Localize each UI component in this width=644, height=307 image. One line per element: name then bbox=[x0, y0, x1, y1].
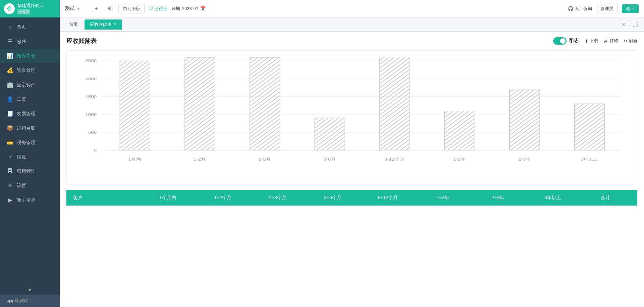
sidebar-scroll-down[interactable]: ▼ bbox=[0, 286, 60, 295]
table-header-5: 6~12个月 bbox=[360, 195, 415, 201]
switch-old-version-button[interactable]: 切到旧版 bbox=[118, 4, 145, 13]
svg-text:1-2月: 1-2月 bbox=[194, 157, 206, 162]
close-panel-button[interactable]: ✕ bbox=[619, 20, 628, 29]
bar-chart-svg: 0 500 1000 1500 2000 2500 bbox=[73, 57, 630, 178]
page-content: 应收账龄表 图表 ⬇ 下载 🖨 打印 ↻ bbox=[60, 32, 644, 307]
tab-close-icon[interactable]: ✕ bbox=[114, 22, 117, 27]
nav-icon-guide: ▶ bbox=[7, 197, 13, 203]
table-header-row: 客户1个月内1~2个月2~3个月3~6个月6~12个月1~2年2~3年3年以上合… bbox=[66, 190, 637, 206]
sidebar-item-settings[interactable]: ⚙设置 bbox=[0, 178, 60, 193]
sidebar-logo: 会 畅捷通好会计 专业版 bbox=[0, 0, 60, 17]
calendar-icon[interactable]: 📅 bbox=[200, 6, 206, 11]
tabs-right-actions: ✕ ⛶ bbox=[619, 20, 640, 29]
shield-icon: 🛡 bbox=[149, 6, 153, 11]
sidebar-item-assets[interactable]: 🏢固定资产 bbox=[0, 78, 60, 92]
download-button[interactable]: ⬇ 下载 bbox=[585, 38, 598, 44]
consulting-button[interactable]: 🎧 人工咨询 bbox=[568, 6, 592, 12]
sidebar-item-tax[interactable]: 💳税务管理 bbox=[0, 135, 60, 150]
nav-label-settings: 设置 bbox=[17, 183, 26, 189]
workspace-chevron-icon: ▼ bbox=[76, 6, 80, 11]
nav-icon-home: ⌂ bbox=[7, 24, 13, 30]
nav-label-ledger: 总账 bbox=[17, 39, 26, 45]
svg-text:3-6月: 3-6月 bbox=[323, 157, 336, 162]
table-header-3: 2~3个月 bbox=[250, 195, 305, 201]
tab-aging[interactable]: 应收账龄表 ✕ bbox=[85, 19, 122, 30]
table-header-1: 1个月内 bbox=[140, 195, 195, 201]
page-actions: 图表 ⬇ 下载 🖨 打印 ↻ 刷新 bbox=[553, 37, 637, 45]
sidebar-item-invoice[interactable]: 🧾发票管理 bbox=[0, 106, 60, 121]
header-divider-1 bbox=[86, 5, 86, 12]
bar-2-3年 bbox=[509, 90, 540, 150]
role-button[interactable]: 会计 bbox=[622, 4, 639, 13]
nav-label-home: 首页 bbox=[17, 24, 26, 30]
chart-toggle-area: 图表 bbox=[553, 37, 579, 45]
table-header-6: 1~2年 bbox=[415, 195, 470, 201]
chart-container: 0 500 1000 1500 2000 2500 bbox=[66, 50, 637, 185]
cancel-fixed-button[interactable]: ◀◀ 取消固定 bbox=[0, 295, 60, 307]
sidebar-nav: ⌂首页☰总账📊报表中心💰资金管理🏢固定资产👤工资🧾发票管理📦进销台账💳税务管理✓… bbox=[0, 17, 60, 286]
workspace-name: 测试 bbox=[65, 6, 74, 12]
svg-text:6-12个月: 6-12个月 bbox=[384, 157, 405, 162]
nav-label-settle: 结账 bbox=[17, 154, 26, 160]
bar-1-2月 bbox=[185, 57, 215, 150]
svg-text:1-2年: 1-2年 bbox=[453, 157, 466, 162]
bar-6-12月 bbox=[380, 57, 410, 150]
nav-icon-reports: 📊 bbox=[7, 53, 13, 59]
workspace-selector[interactable]: 测试 ▼ bbox=[65, 6, 80, 12]
sidebar: 会 畅捷通好会计 专业版 ⌂首页☰总账📊报表中心💰资金管理🏢固定资产👤工资🧾发票… bbox=[0, 0, 60, 307]
print-button[interactable]: 🖨 打印 bbox=[604, 38, 618, 44]
user-button[interactable]: 管理员 bbox=[596, 4, 618, 13]
nav-icon-wages: 👤 bbox=[7, 96, 13, 102]
sidebar-item-wages[interactable]: 👤工资 bbox=[0, 92, 60, 106]
nav-label-capital: 资金管理 bbox=[17, 68, 36, 74]
page-header: 应收账龄表 图表 ⬇ 下载 🖨 打印 ↻ bbox=[66, 37, 637, 45]
nav-icon-settle: ✓ bbox=[7, 154, 13, 160]
chart-toggle-switch[interactable] bbox=[553, 37, 567, 45]
nav-label-tax: 税务管理 bbox=[17, 140, 36, 146]
content-area: 应收账龄表 图表 ⬇ 下载 🖨 打印 ↻ bbox=[60, 32, 644, 307]
nav-icon-inventory: 📦 bbox=[7, 125, 13, 131]
tabs-bar: 首页 应收账龄表 ✕ ✕ ⛶ bbox=[60, 17, 644, 32]
sidebar-item-settle[interactable]: ✓结账 bbox=[0, 150, 60, 164]
period-value: 2023-02 bbox=[182, 6, 198, 11]
table-header-2: 1~2个月 bbox=[195, 195, 250, 201]
logo-icon: 会 bbox=[4, 3, 15, 14]
settings-button[interactable]: ⚙ bbox=[105, 4, 114, 13]
headset-icon: 🎧 bbox=[568, 6, 573, 11]
svg-text:0: 0 bbox=[94, 148, 97, 152]
svg-text:2-3年: 2-3年 bbox=[518, 157, 531, 162]
sidebar-item-ledger[interactable]: ☰总账 bbox=[0, 34, 60, 49]
bar-3年以上 bbox=[575, 104, 605, 150]
sidebar-item-guide[interactable]: ▶新手引导 bbox=[0, 193, 60, 207]
refresh-button[interactable]: ↻ 刷新 bbox=[624, 38, 637, 44]
sidebar-item-home[interactable]: ⌂首页 bbox=[0, 20, 60, 34]
toggle-label: 图表 bbox=[569, 38, 579, 45]
svg-text:2-3月: 2-3月 bbox=[259, 157, 271, 162]
nav-icon-archive: 🗄 bbox=[7, 168, 13, 174]
table-header-9: 合计 bbox=[580, 195, 631, 201]
table-header-8: 3年以上 bbox=[525, 195, 580, 201]
nav-label-wages: 工资 bbox=[17, 96, 26, 102]
svg-text:2500: 2500 bbox=[85, 59, 97, 63]
sidebar-item-reports[interactable]: 📊报表中心 bbox=[0, 49, 60, 63]
sidebar-item-archive[interactable]: 🗄归档管理 bbox=[0, 164, 60, 178]
period-label: 账期 bbox=[171, 6, 180, 12]
svg-text:1500: 1500 bbox=[85, 95, 97, 99]
table-header-4: 3~6个月 bbox=[305, 195, 360, 201]
nav-icon-invoice: 🧾 bbox=[7, 111, 13, 117]
sidebar-item-capital[interactable]: 💰资金管理 bbox=[0, 63, 60, 78]
svg-text:1月内: 1月内 bbox=[128, 157, 141, 162]
sidebar-item-inventory[interactable]: 📦进销台账 bbox=[0, 121, 60, 135]
add-workspace-button[interactable]: ＋ bbox=[92, 4, 101, 13]
header-right: 🎧 人工咨询 管理员 会计 bbox=[568, 4, 639, 13]
nav-icon-capital: 💰 bbox=[7, 67, 13, 74]
certified-badge: 🛡 已认证 bbox=[149, 6, 167, 12]
nav-icon-ledger: ☰ bbox=[7, 38, 13, 45]
refresh-icon: ↻ bbox=[624, 39, 627, 44]
tab-home[interactable]: 首页 bbox=[64, 19, 83, 30]
logo-text: 畅捷通好会计 专业版 bbox=[17, 3, 44, 15]
expand-panel-button[interactable]: ⛶ bbox=[631, 20, 640, 29]
top-header: 测试 ▼ ＋ ⚙ 切到旧版 🛡 已认证 账期 2023-02 📅 🎧 人工咨询 … bbox=[60, 0, 644, 17]
svg-text:2000: 2000 bbox=[85, 77, 97, 81]
bar-2-3月 bbox=[250, 57, 280, 150]
